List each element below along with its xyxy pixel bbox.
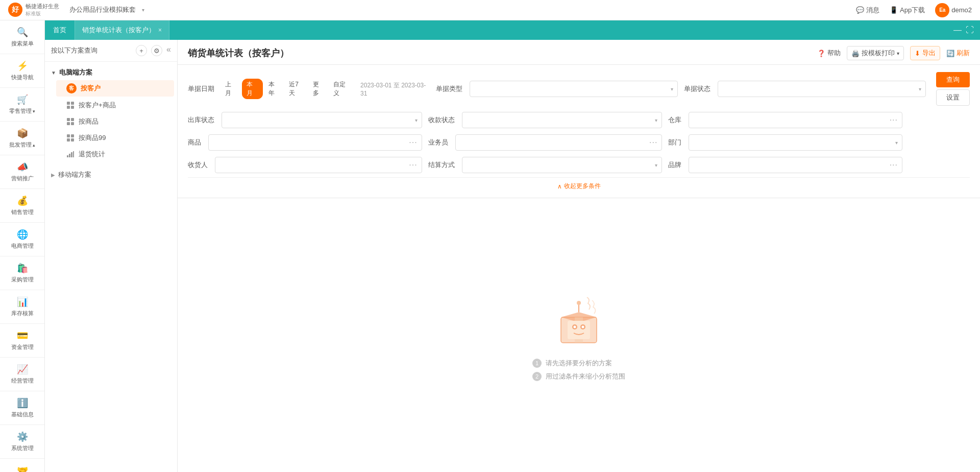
export-label: 导出 (922, 49, 936, 58)
app-title-dropdown-icon[interactable]: ▾ (142, 7, 144, 13)
template-print-button[interactable]: 🖨️ 按模板打印 ▾ (847, 46, 904, 60)
tab-close-button[interactable]: × (158, 27, 162, 34)
logo-area: 好 畅捷通好生意 标准版 (8, 3, 59, 17)
date-tab-this-month[interactable]: 本月 (242, 79, 262, 99)
filter-row-1: 单据日期 上月 本月 本年 近7天 更多 自定义 2023-03-01 至 20… (188, 72, 970, 106)
date-tab-last-month[interactable]: 上月 (222, 79, 240, 99)
scheme-settings-button[interactable]: ⚙ (151, 45, 162, 56)
refresh-button[interactable]: 🔄 刷新 (946, 49, 970, 58)
window-maximize-button[interactable]: ⛶ (966, 26, 974, 35)
top-bar-right: 💬 消息 📱 App下载 Ea demo2 (856, 3, 972, 17)
user-profile[interactable]: Ea demo2 (935, 3, 972, 17)
payment-status-input[interactable]: ▾ (462, 112, 663, 128)
scheme-item-icon-customer: 客 (66, 83, 77, 93)
scheme-item-icon-goods (66, 117, 75, 126)
marketing-icon: 📣 (17, 161, 28, 173)
sidebar-item-quicknav[interactable]: ⚡ 快捷导航 (0, 54, 44, 88)
sidebar-item-system[interactable]: ⚙️ 系统管理 (0, 425, 44, 459)
goods-label: 商品 (188, 138, 201, 147)
scheme-item-return-stats[interactable]: 退货统计 (56, 147, 174, 162)
payment-status-filter: 收款状态 ▾ (428, 112, 663, 128)
settings-button[interactable]: 设置 (936, 89, 970, 106)
order-type-input[interactable]: ▾ (470, 81, 678, 97)
goods-input[interactable]: ··· (208, 134, 422, 151)
svg-rect-4 (67, 118, 70, 121)
scheme-collapse-button[interactable]: « (166, 45, 171, 56)
salesperson-dots-icon[interactable]: ··· (649, 138, 657, 147)
collapse-button[interactable]: ∧ 收起更多条件 (557, 182, 601, 191)
app-download-button[interactable]: 📱 App下载 (890, 6, 925, 15)
scheme-item-by-customer[interactable]: 客 按客户 (56, 80, 174, 97)
sidebar-item-marketing[interactable]: 📣 营销推广 (0, 155, 44, 189)
warehouse-input[interactable]: ··· (689, 112, 902, 128)
sidebar-item-sales[interactable]: 💰 销售管理 (0, 189, 44, 223)
sidebar-label-wholesale: 批发管理▴ (9, 141, 35, 149)
date-tabs: 上月 本月 本年 近7天 更多 自定义 (222, 79, 354, 99)
scheme-add-button[interactable]: + (136, 45, 147, 56)
system-icon: ⚙️ (17, 431, 28, 442)
scheme-group-desktop-arrow: ▼ (51, 70, 56, 76)
goods-dots-icon[interactable]: ··· (409, 138, 417, 147)
receiver-input[interactable]: ··· (215, 157, 422, 173)
tab-home[interactable]: 首页 (45, 20, 75, 40)
logo-text: 畅捷通好生意 (26, 3, 59, 10)
date-tab-custom[interactable]: 自定义 (330, 79, 354, 99)
main-layout: 🔍 搜索菜单 ⚡ 快捷导航 🛒 零售管理▾ 📦 批发管理▴ 📣 营销推广 💰 销… (0, 20, 980, 472)
sidebar-item-wholesale[interactable]: 📦 批发管理▴ (0, 122, 44, 155)
date-tab-this-year[interactable]: 本年 (265, 79, 283, 99)
purchase-icon: 🛍️ (17, 263, 28, 274)
brand-filter: 品牌 ··· (668, 157, 902, 173)
refresh-icon: 🔄 (946, 50, 954, 57)
department-input[interactable]: ▾ (689, 134, 902, 151)
sidebar-item-retail[interactable]: 🛒 零售管理▾ (0, 88, 44, 122)
delivery-status-input[interactable]: ▾ (222, 112, 422, 128)
tab-bar: 首页 销货单统计表（按客户） × — ⛶ (45, 20, 980, 40)
receiver-dots-icon[interactable]: ··· (409, 160, 417, 170)
sidebar-label-retail: 零售管理▾ (9, 107, 35, 115)
scheme-item-by-goods[interactable]: 按商品 (56, 114, 174, 129)
brand-dots-icon[interactable]: ··· (890, 160, 898, 170)
order-status-filter: 单据状态 ▾ (684, 81, 926, 97)
app-title: 办公用品行业模拟账套 (69, 5, 136, 14)
scheme-group-desktop-header[interactable]: ▼ 电脑端方案 (45, 66, 177, 79)
sidebar-item-finance[interactable]: 💳 资金管理 (0, 324, 44, 358)
warehouse-dots-icon[interactable]: ··· (890, 115, 898, 125)
sidebar-item-inventory[interactable]: 📊 库存核算 (0, 290, 44, 324)
svg-rect-11 (71, 138, 74, 141)
scheme-item-by-customer-goods-label: 按客户+商品 (79, 101, 116, 110)
sidebar-item-basic[interactable]: ℹ️ 基础信息 (0, 391, 44, 425)
sidebar-item-operations[interactable]: 📈 经营管理 (0, 358, 44, 391)
message-button[interactable]: 💬 消息 (856, 6, 879, 15)
sidebar-item-enterprise[interactable]: 🤝 企业协同 (0, 459, 44, 472)
svg-rect-5 (71, 118, 74, 121)
svg-rect-10 (67, 138, 70, 141)
scheme-item-return-stats-label: 退货统计 (79, 150, 105, 159)
salesperson-input[interactable]: ··· (455, 134, 663, 151)
order-status-input[interactable]: ▾ (718, 81, 926, 97)
brand-input[interactable]: ··· (689, 157, 902, 173)
scheme-item-by-goods99[interactable]: 按商品99 (56, 130, 174, 146)
search-button[interactable]: 查询 (936, 72, 970, 87)
scheme-group-mobile[interactable]: ▶ 移动端方案 (45, 167, 177, 182)
message-label: 消息 (866, 6, 879, 15)
user-avatar-text: Ea (939, 7, 945, 13)
window-minimize-button[interactable]: — (953, 26, 962, 35)
sidebar-item-search[interactable]: 🔍 搜索菜单 (0, 20, 44, 54)
date-tab-7days[interactable]: 近7天 (285, 79, 307, 99)
help-icon: ❓ (817, 50, 825, 57)
tab-active[interactable]: 销货单统计表（按客户） × (75, 20, 169, 40)
tab-active-label: 销货单统计表（按客户） (82, 26, 155, 35)
order-type-filter: 单据类型 ▾ (436, 81, 678, 97)
sidebar-label-sales: 销售管理 (11, 208, 34, 216)
sidebar-item-purchase[interactable]: 🛍️ 采购管理 (0, 256, 44, 290)
sidebar-item-ecommerce[interactable]: 🌐 电商管理 (0, 223, 44, 256)
scheme-item-by-customer-goods[interactable]: 按客户+商品 (56, 98, 174, 113)
date-tab-more[interactable]: 更多 (309, 79, 328, 99)
settlement-input[interactable]: ▾ (462, 157, 663, 173)
goods-filter: 商品 ··· (188, 134, 422, 151)
filter-area: 单据日期 上月 本月 本年 近7天 更多 自定义 2023-03-01 至 20… (178, 65, 980, 198)
export-button[interactable]: ⬇ 导出 (910, 46, 940, 60)
svg-point-25 (577, 301, 581, 305)
svg-rect-19 (568, 321, 590, 339)
help-button[interactable]: ❓ 帮助 (817, 49, 841, 58)
